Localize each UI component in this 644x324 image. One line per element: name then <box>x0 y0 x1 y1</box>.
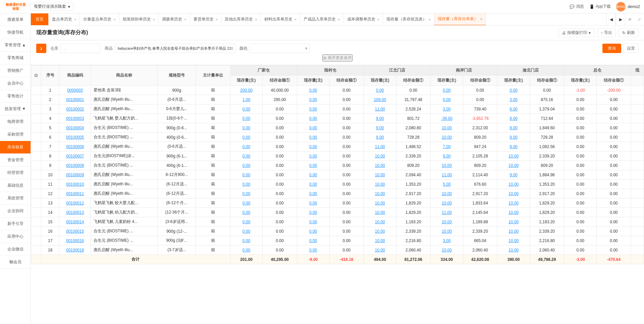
sidebar: 搜索英单 快捷导航 零售管理 ▲ 零售商城 营销推广 会员中心 零售统计 批发管… <box>0 13 31 324</box>
filter-expand-icon[interactable]: › <box>36 44 46 53</box>
user-area[interactable]: demo2 demo2 <box>616 2 640 11</box>
sidebar-item-system[interactable]: 系统管理 <box>0 192 31 205</box>
sidebar-item-ecommerce[interactable]: 电商管理 <box>0 115 31 128</box>
tab-requisition[interactable]: 要货单历史 × <box>190 13 221 26</box>
cell-cur <box>631 104 644 114</box>
settings-button[interactable]: 设置 <box>623 44 639 53</box>
tab-other-out[interactable]: 其他出库单历史 × <box>221 13 261 26</box>
cell-settings <box>31 161 41 170</box>
warehouse-input[interactable] <box>60 44 101 53</box>
tab-material-out[interactable]: 材料出库单历史 × <box>261 13 300 26</box>
sidebar-item-appscenter[interactable]: 应用中心 <box>0 230 31 243</box>
top-bar-right: 💬 消息 📱 App下载 demo2 demo2 <box>570 2 640 11</box>
tab-close-all-btn[interactable]: ✕ <box>625 13 635 26</box>
tab-close-icon7[interactable]: × <box>294 17 297 21</box>
cell-w4-amt: 2,105.28 <box>463 151 497 161</box>
cell-name: 合生元 (BIOSTIME) ... <box>91 161 158 170</box>
sidebar-item-marketing[interactable]: 营销推广 <box>0 64 31 77</box>
sidebar-item-quicknav[interactable]: 快捷导航 <box>0 26 31 39</box>
sidebar-item-search[interactable]: 搜索英单 <box>0 13 31 26</box>
sum-w4-qty: 334.00 <box>430 255 463 264</box>
sidebar-label-marketing: 营销推广 <box>7 68 23 73</box>
cell-name: 飞鹤星飞帆 较大婴儿配... <box>91 198 158 208</box>
tab-partial-count[interactable]: 分量盘点单历史 × <box>80 13 119 26</box>
sidebar-item-vip[interactable]: 畅会员 <box>0 256 31 269</box>
tab-close-icon[interactable]: × <box>74 17 76 21</box>
tab-cost-adjust[interactable]: 成本调整单历史 × <box>344 13 383 26</box>
th-warehouse1: 厂家仓 <box>230 65 297 76</box>
tab-assembly[interactable]: 组装拆卸单历史 × <box>119 13 159 26</box>
color-input[interactable] <box>250 44 310 53</box>
tab-close-icon5[interactable]: × <box>216 17 218 21</box>
cell-spec: (12-36个月... <box>158 208 196 217</box>
tab-product-in-label: 产成品入库单历史 <box>304 16 336 22</box>
tab-close-icon11[interactable]: × <box>480 17 482 21</box>
sidebar-item-wechat[interactable]: 企业微信 <box>0 243 31 256</box>
tab-next-btn[interactable]: ▶ <box>616 13 625 26</box>
tab-close-icon8[interactable]: × <box>338 17 340 21</box>
cell-w5-amt: 1,884.96 <box>530 170 564 180</box>
export-btn[interactable]: ↑ 导出 <box>597 28 616 37</box>
cell-spec: 900g (3岁... <box>158 236 196 245</box>
cell-w1-qty: 0.00 <box>230 151 263 161</box>
tab-close-icon6[interactable]: × <box>255 17 257 21</box>
sidebar-item-inventory[interactable]: 库存核算 <box>0 141 31 154</box>
query-button[interactable]: 查询 <box>602 44 621 53</box>
app-download-btn[interactable]: 📱 App下载 <box>589 4 611 9</box>
print-btn[interactable]: 🖨 按模版打印 ▾ <box>558 28 594 37</box>
sidebar-item-retail-stats[interactable]: 零售统计 <box>0 90 31 103</box>
sidebar-item-member[interactable]: 会员中心 <box>0 77 31 90</box>
tab-stock-status[interactable]: 现存量（库存状况表） × <box>383 13 434 26</box>
cell-w5-amt: 1,183.20 <box>530 217 564 227</box>
cell-w2-qty: 0.00 <box>297 142 329 151</box>
tab-expand-btn[interactable]: ⤢ <box>635 13 644 26</box>
tab-close-icon10[interactable]: × <box>429 17 431 21</box>
cell-t-qty: 0.00 <box>564 114 597 123</box>
settings-icon[interactable]: ⚙ <box>34 73 38 78</box>
export-label: 导出 <box>604 30 612 36</box>
cell-spec: 900g (6-1... <box>158 151 196 161</box>
tab-close-icon9[interactable]: × <box>377 17 379 21</box>
sidebar-item-purchase[interactable]: 采购管理 <box>0 128 31 141</box>
tab-home[interactable]: 首页 <box>31 13 49 26</box>
tab-close-icon2[interactable]: × <box>113 17 115 21</box>
sidebar-item-business[interactable]: 经营管理 <box>0 167 31 179</box>
tab-close-icon4[interactable]: × <box>184 17 186 21</box>
tab-close-icon3[interactable]: × <box>153 17 155 21</box>
sidebar-item-retail-mall[interactable]: 零售商城 <box>0 52 31 64</box>
cell-w2-amt: 0.00 <box>329 133 364 142</box>
sidebar-item-finance[interactable]: 资金管理 <box>0 154 31 167</box>
cell-code: 00100001 <box>59 95 91 104</box>
cell-w5-amt: 1,353.20 <box>530 180 564 189</box>
cell-settings <box>31 142 41 151</box>
message-btn[interactable]: 💬 消息 <box>570 4 584 9</box>
refresh-icon: ↻ <box>622 31 626 35</box>
goods-input[interactable] <box>115 44 235 53</box>
tab-transfer[interactable]: 调拨单历史 × <box>159 13 190 26</box>
expand-conditions-btn[interactable]: ⊞ 展开更多条件 <box>322 54 353 61</box>
cell-code: 00100003 <box>59 114 91 123</box>
tab-inventory-count[interactable]: 盘点单历史 × <box>49 13 80 26</box>
cell-w1-qty: 0.00 <box>230 217 263 227</box>
sidebar-item-collab[interactable]: 企业协同 <box>0 205 31 218</box>
refresh-btn[interactable]: ↻ 刷新 <box>619 28 639 37</box>
sidebar-item-basics[interactable]: 基础信息 <box>0 179 31 192</box>
cell-settings <box>31 189 41 198</box>
sidebar-item-guide[interactable]: 新手引导 <box>0 218 31 230</box>
tab-prev-btn[interactable]: ◀ <box>606 13 616 26</box>
cell-w3-qty: 10.00 <box>364 217 396 227</box>
sidebar-item-wholesale[interactable]: 批发管理 ▼ <box>0 103 31 115</box>
table-row: 10 00100009 惠氏启醒 (Wyeth illu... 6-12月900… <box>31 170 644 180</box>
tab-stock-dist[interactable]: 现存量（库存分布表） × <box>434 13 486 26</box>
cell-w1-qty: 0.00 <box>230 236 263 245</box>
sidebar-item-retail-mgmt[interactable]: 零售管理 ▲ <box>0 39 31 52</box>
cell-spec: 900g (0-6... <box>158 123 196 133</box>
cell-w3-amt: 1,829.20 <box>396 198 430 208</box>
tab-product-in[interactable]: 产成品入库单历史 × <box>300 13 343 26</box>
cell-w2-amt: 0.00 <box>329 95 364 104</box>
th-w5-amt: 结存金额① <box>530 76 564 86</box>
cell-cur <box>631 123 644 133</box>
cell-t-amt: 0.00 <box>597 133 631 142</box>
industry-selector[interactable]: 母婴行业演示陈套 ▾ <box>30 3 74 10</box>
cell-w5-qty: 10.00 <box>497 189 530 198</box>
